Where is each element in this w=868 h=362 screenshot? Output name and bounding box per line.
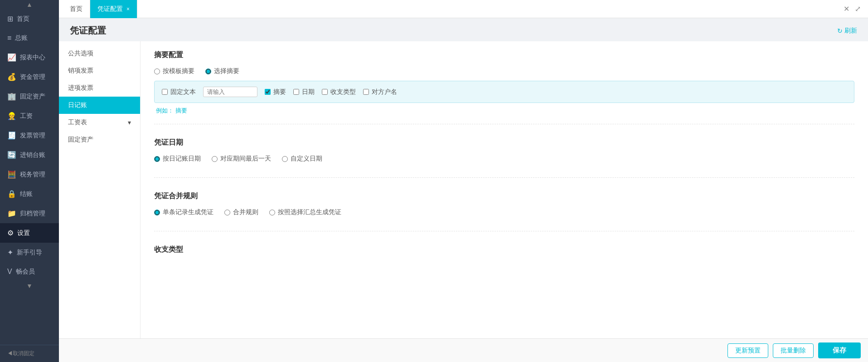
- left-nav-sales-label: 销项发票: [68, 67, 93, 75]
- refresh-button[interactable]: ↻ 刷新: [837, 27, 857, 35]
- left-nav-sales[interactable]: 销项发票: [59, 62, 140, 79]
- sidebar-item-tax[interactable]: 🧮 税务管理: [0, 165, 59, 184]
- sidebar-item-label: 畅会员: [16, 268, 35, 276]
- merge-rules-radio-group: 单条记录生成凭证 合并规则 按照选择汇总生成凭证: [154, 208, 854, 216]
- radio-template-summary[interactable]: 按模板摘要: [154, 67, 194, 75]
- radio-select-input[interactable]: [205, 68, 211, 74]
- sidebar-item-assets[interactable]: 🏢 固定资产: [0, 87, 59, 106]
- guide-icon: ✦: [7, 248, 13, 257]
- sidebar-item-label: 工资: [20, 112, 33, 120]
- sidebar-item-vip[interactable]: V 畅会员: [0, 262, 59, 281]
- sidebar-item-label: 结账: [20, 190, 33, 198]
- checkbox-fixed-text-input[interactable]: [162, 89, 168, 95]
- checkbox-income-type-label: 收支类型: [330, 88, 356, 96]
- left-nav-journal[interactable]: 日记账: [59, 97, 140, 114]
- radio-template-input[interactable]: [154, 68, 160, 74]
- checkbox-date-label: 日期: [302, 88, 315, 96]
- sidebar-item-home[interactable]: ⊞ 首页: [0, 9, 59, 29]
- tab-bar: 首页 凭证配置 × ✕ ⤢: [59, 0, 868, 18]
- radio-journal-date-input[interactable]: [154, 156, 160, 162]
- checkbox-income-type[interactable]: 收支类型: [322, 88, 356, 96]
- save-button[interactable]: 保存: [818, 342, 861, 358]
- radio-journal-date-label: 按日记账日期: [163, 155, 201, 163]
- vip-icon: V: [7, 268, 12, 276]
- window-close-icon[interactable]: ✕: [844, 5, 849, 13]
- radio-merge[interactable]: 合并规则: [224, 208, 258, 216]
- refresh-icon: ↻: [837, 27, 843, 34]
- checkbox-counterpart-input[interactable]: [363, 89, 369, 95]
- sidebar-item-guide[interactable]: ✦ 新手引导: [0, 243, 59, 262]
- invoice-icon: 🧾: [7, 131, 16, 140]
- sidebar-item-label: 报表中心: [20, 54, 45, 62]
- sidebar-item-purchase[interactable]: 🔄 进销台账: [0, 145, 59, 165]
- sidebar-item-salary[interactable]: 👷 工资: [0, 106, 59, 126]
- batch-delete-button[interactable]: 批量删除: [773, 343, 814, 358]
- sidebar-scroll-down[interactable]: ▼: [0, 281, 59, 290]
- radio-single-label: 单条记录生成凭证: [163, 208, 213, 216]
- voucher-date-title: 凭证日期: [154, 138, 854, 147]
- archive-icon: 📁: [7, 209, 16, 218]
- radio-template-label: 按模板摘要: [163, 67, 194, 75]
- example-value: 摘要: [175, 107, 187, 114]
- checkbox-date[interactable]: 日期: [293, 88, 315, 96]
- sidebar-item-close[interactable]: 🔒 结账: [0, 184, 59, 204]
- sidebar-item-label: 首页: [17, 15, 29, 23]
- left-nav-payroll[interactable]: 工资表 ▾: [59, 114, 140, 131]
- radio-journal-date[interactable]: 按日记账日期: [154, 155, 201, 163]
- main-area: 首页 凭证配置 × ✕ ⤢ 凭证配置 ↻ 刷新 公共选项 销项发票 进项: [59, 0, 868, 362]
- checkbox-income-type-input[interactable]: [322, 89, 328, 95]
- window-resize-icon[interactable]: ⤢: [855, 5, 861, 13]
- page-title: 凭证配置: [70, 24, 106, 37]
- example-text: 例如： 摘要: [154, 107, 854, 115]
- tab-voucher-label: 凭证配置: [97, 5, 123, 13]
- radio-single-input[interactable]: [154, 210, 160, 215]
- close-account-icon: 🔒: [7, 190, 16, 198]
- radio-merge-input[interactable]: [224, 210, 230, 215]
- checkbox-date-input[interactable]: [293, 89, 299, 95]
- left-nav-public[interactable]: 公共选项: [59, 45, 140, 62]
- tab-bar-actions: ✕ ⤢: [844, 5, 864, 13]
- sidebar-item-archive[interactable]: 📁 归档管理: [0, 204, 59, 223]
- sidebar-item-label: 资金管理: [20, 73, 45, 81]
- checkbox-summary-input[interactable]: [265, 89, 271, 95]
- fixed-text-input[interactable]: [203, 87, 257, 97]
- left-nav-purchase-label: 进项发票: [68, 84, 93, 92]
- tab-home[interactable]: 首页: [63, 0, 90, 18]
- left-nav-purchase[interactable]: 进项发票: [59, 79, 140, 97]
- left-nav-fixed[interactable]: 固定资产: [59, 131, 140, 148]
- radio-select-summary[interactable]: 选择摘要: [205, 67, 239, 75]
- tax-icon: 🧮: [7, 170, 16, 179]
- sidebar-unpin-button[interactable]: ◀取消固定: [0, 345, 59, 362]
- update-preset-button[interactable]: 更新预置: [727, 343, 768, 358]
- checkbox-fixed-text[interactable]: 固定文本: [162, 88, 196, 96]
- radio-single[interactable]: 单条记录生成凭证: [154, 208, 213, 216]
- summary-radio-group: 按模板摘要 选择摘要: [154, 67, 854, 75]
- sidebar-scroll-up[interactable]: ▲: [0, 0, 59, 9]
- radio-period-last[interactable]: 对应期间最后一天: [212, 155, 271, 163]
- sidebar-item-label: 新手引导: [17, 249, 42, 257]
- sidebar-item-settings[interactable]: ⚙ 设置: [0, 223, 59, 243]
- checkbox-counterpart-label: 对方户名: [372, 88, 397, 96]
- radio-period-last-input[interactable]: [212, 156, 218, 162]
- tab-close-icon[interactable]: ×: [126, 6, 130, 12]
- sidebar-item-invoice[interactable]: 🧾 发票管理: [0, 126, 59, 145]
- radio-select-merge-label: 按照选择汇总生成凭证: [278, 208, 341, 216]
- sidebar: ▲ ⊞ 首页 ≡ 总账 📈 报表中心 💰 资金管理 🏢 固定资产 👷 工资 🧾 …: [0, 0, 59, 362]
- checkbox-counterpart[interactable]: 对方户名: [363, 88, 397, 96]
- checkbox-summary[interactable]: 摘要: [265, 88, 286, 96]
- radio-select-merge-input[interactable]: [269, 210, 275, 215]
- sidebar-item-ledger[interactable]: ≡ 总账: [0, 29, 59, 48]
- tab-voucher-config[interactable]: 凭证配置 ×: [90, 0, 137, 18]
- sidebar-item-label: 发票管理: [20, 132, 45, 140]
- radio-select-merge[interactable]: 按照选择汇总生成凭证: [269, 208, 341, 216]
- sidebar-item-label: 固定资产: [20, 93, 45, 101]
- radio-custom-date[interactable]: 自定义日期: [282, 155, 322, 163]
- assets-icon: 🏢: [7, 92, 16, 101]
- sidebar-item-label: 总账: [15, 34, 28, 42]
- right-content: 摘要配置 按模板摘要 选择摘要 固定文本: [141, 41, 868, 338]
- radio-custom-date-input[interactable]: [282, 156, 288, 162]
- radio-period-last-label: 对应期间最后一天: [220, 155, 271, 163]
- sidebar-item-report[interactable]: 📈 报表中心: [0, 48, 59, 67]
- content-area: 公共选项 销项发票 进项发票 日记账 工资表 ▾ 固定资产 摘要配置: [59, 41, 868, 338]
- sidebar-item-funds[interactable]: 💰 资金管理: [0, 67, 59, 87]
